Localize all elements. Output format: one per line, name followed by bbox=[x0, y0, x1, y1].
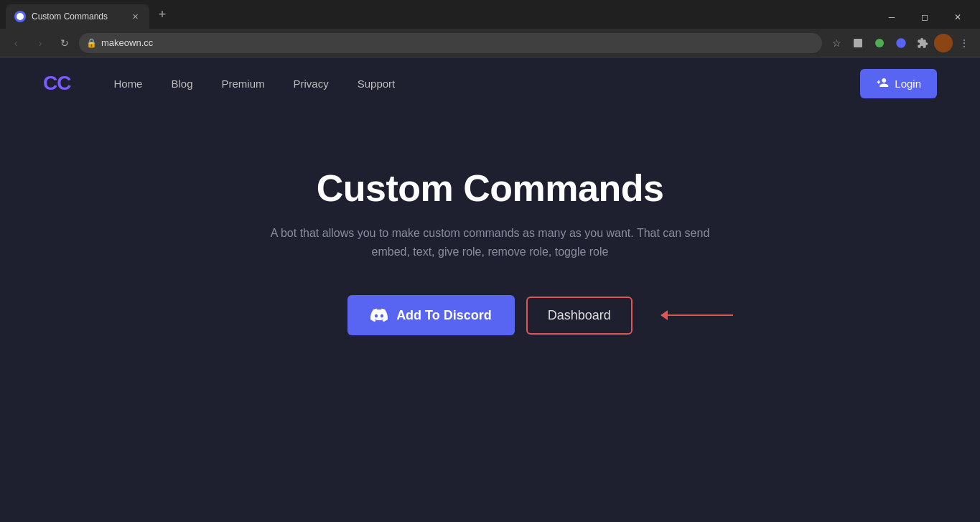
extension-button-3[interactable] bbox=[891, 33, 911, 53]
discord-icon bbox=[370, 307, 388, 324]
profile-avatar[interactable] bbox=[934, 34, 953, 52]
svg-rect-1 bbox=[854, 39, 862, 47]
minimize-button[interactable]: ─ bbox=[875, 6, 908, 29]
add-to-discord-button[interactable]: Add To Discord bbox=[347, 295, 515, 335]
hero-section: Custom Commands A bot that allows you to… bbox=[0, 109, 980, 378]
tab-close-button[interactable]: ✕ bbox=[129, 11, 141, 22]
new-tab-button[interactable]: + bbox=[152, 4, 172, 24]
hero-subtitle: A bot that allows you to make custom com… bbox=[253, 224, 727, 261]
extensions-button[interactable] bbox=[913, 33, 933, 53]
dashboard-label: Dashboard bbox=[548, 308, 611, 322]
add-discord-label: Add To Discord bbox=[396, 308, 492, 323]
url-text: makeown.cc bbox=[101, 37, 815, 48]
svg-point-0 bbox=[17, 13, 24, 20]
nav-premium[interactable]: Premium bbox=[222, 78, 265, 90]
active-tab[interactable]: Custom Commands ✕ bbox=[6, 4, 149, 29]
address-bar[interactable]: 🔒 makeown.cc bbox=[79, 33, 822, 53]
extension-button-1[interactable] bbox=[848, 33, 868, 53]
page-content: CC Home Blog Premium Privacy Support Log… bbox=[0, 57, 980, 522]
navbar: CC Home Blog Premium Privacy Support Log… bbox=[0, 57, 980, 109]
maximize-button[interactable]: ◻ bbox=[908, 6, 941, 29]
lock-icon: 🔒 bbox=[86, 38, 97, 48]
browser-titlebar: Custom Commands ✕ + ─ ◻ ✕ bbox=[0, 0, 980, 29]
browser-toolbar: ‹ › ↻ 🔒 makeown.cc ☆ ⋮ bbox=[0, 29, 980, 57]
forward-button[interactable]: › bbox=[30, 33, 50, 53]
extension-button-2[interactable] bbox=[869, 33, 890, 53]
tab-strip: Custom Commands ✕ + bbox=[6, 0, 872, 29]
person-add-icon bbox=[876, 76, 889, 91]
hero-title: Custom Commands bbox=[317, 167, 664, 210]
site-logo[interactable]: CC bbox=[43, 72, 70, 95]
nav-privacy[interactable]: Privacy bbox=[294, 78, 329, 90]
back-button[interactable]: ‹ bbox=[6, 33, 26, 53]
arrow-annotation bbox=[661, 314, 733, 316]
window-controls: ─ ◻ ✕ bbox=[875, 0, 974, 29]
nav-blog[interactable]: Blog bbox=[171, 78, 192, 90]
tab-favicon bbox=[14, 11, 26, 22]
menu-button[interactable]: ⋮ bbox=[954, 33, 974, 53]
login-button[interactable]: Login bbox=[860, 69, 937, 98]
dashboard-button[interactable]: Dashboard bbox=[526, 297, 633, 335]
tab-title: Custom Commands bbox=[32, 11, 123, 22]
login-label: Login bbox=[895, 78, 921, 90]
browser-chrome: Custom Commands ✕ + ─ ◻ ✕ ‹ › ↻ 🔒 makeow… bbox=[0, 0, 980, 57]
toolbar-icons: ☆ ⋮ bbox=[826, 33, 974, 53]
bookmark-button[interactable]: ☆ bbox=[826, 33, 846, 53]
nav-links: Home Blog Premium Privacy Support bbox=[113, 78, 860, 90]
nav-support[interactable]: Support bbox=[358, 78, 396, 90]
hero-buttons: Add To Discord Dashboard bbox=[347, 295, 633, 335]
svg-point-2 bbox=[875, 39, 884, 47]
nav-home[interactable]: Home bbox=[113, 78, 142, 90]
close-window-button[interactable]: ✕ bbox=[941, 6, 974, 29]
refresh-button[interactable]: ↻ bbox=[55, 33, 75, 53]
arrow-line bbox=[661, 314, 733, 316]
